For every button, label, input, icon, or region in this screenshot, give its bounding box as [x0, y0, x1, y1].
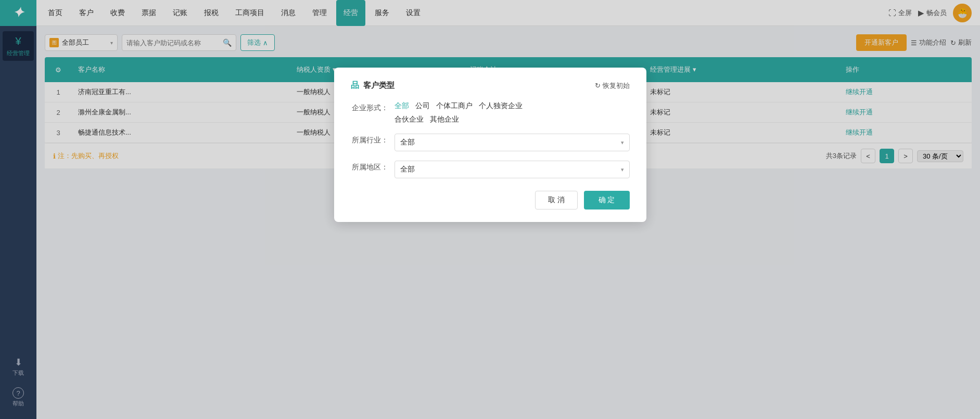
region-label: 所属地区： — [351, 161, 388, 172]
industry-dropdown-arrow: ▾ — [621, 139, 624, 146]
modal-actions: 取 消 确 定 — [351, 191, 630, 210]
enterprise-options: 全部 公司 个体工商户 个人独资企业 合伙企业 其他企业 — [394, 101, 630, 124]
type-option-partnership[interactable]: 合伙企业 — [394, 115, 424, 124]
region-value: 全部 — [400, 165, 415, 174]
industry-select[interactable]: 全部 ▾ — [394, 134, 630, 151]
type-option-sole[interactable]: 个人独资企业 — [479, 101, 523, 111]
region-dropdown-arrow: ▾ — [621, 166, 624, 173]
industry-form-row: 所属行业： 全部 ▾ — [351, 134, 630, 151]
industry-value: 全部 — [400, 138, 415, 147]
modal-header: 品 客户类型 ↻ 恢复初始 — [351, 80, 630, 91]
type-option-all[interactable]: 全部 — [394, 101, 409, 111]
modal-title-text: 客户类型 — [363, 81, 394, 90]
reset-label: 恢复初始 — [603, 81, 630, 90]
region-select[interactable]: 全部 ▾ — [394, 161, 630, 178]
enterprise-label: 企业形式： — [351, 101, 388, 113]
cancel-button[interactable]: 取 消 — [535, 191, 578, 210]
type-option-company[interactable]: 公司 — [415, 101, 430, 111]
modal-title: 品 客户类型 — [351, 80, 394, 91]
modal-overlay: 品 客户类型 ↻ 恢复初始 企业形式： 全部 公司 个体工商户 个人独资企业 合… — [0, 0, 980, 419]
modal-reset-button[interactable]: ↻ 恢复初始 — [595, 81, 630, 90]
reset-icon: ↻ — [595, 82, 601, 89]
type-option-individual[interactable]: 个体工商户 — [436, 101, 473, 111]
industry-label: 所属行业： — [351, 134, 388, 145]
region-field: 全部 ▾ — [394, 161, 630, 178]
type-options-row1: 全部 公司 个体工商户 个人独资企业 — [394, 101, 630, 111]
enterprise-form-row: 企业形式： 全部 公司 个体工商户 个人独资企业 合伙企业 其他企业 — [351, 101, 630, 124]
industry-field: 全部 ▾ — [394, 134, 630, 151]
region-form-row: 所属地区： 全部 ▾ — [351, 161, 630, 178]
filter-modal: 品 客户类型 ↻ 恢复初始 企业形式： 全部 公司 个体工商户 个人独资企业 合… — [334, 68, 646, 222]
modal-title-icon: 品 — [351, 80, 359, 91]
type-options-row2: 合伙企业 其他企业 — [394, 115, 630, 124]
type-option-other[interactable]: 其他企业 — [430, 115, 459, 124]
confirm-button[interactable]: 确 定 — [584, 191, 630, 210]
